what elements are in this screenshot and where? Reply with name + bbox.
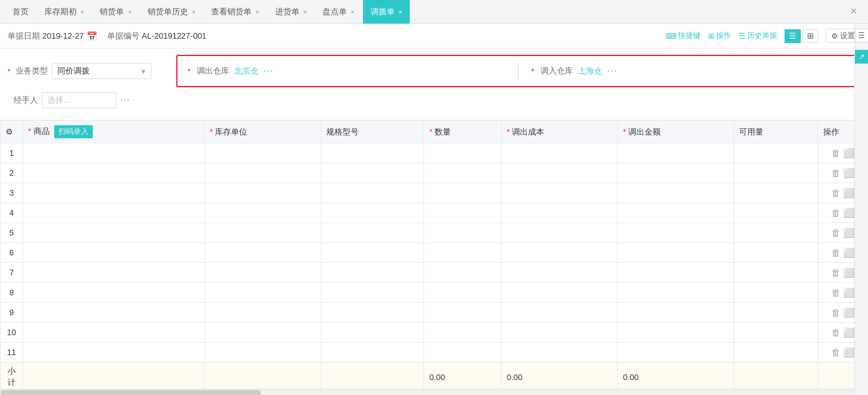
close-purchase-order[interactable]: × [303, 8, 307, 16]
delete-icon[interactable]: 🗑 [831, 307, 841, 318]
row-7-product[interactable] [23, 263, 205, 283]
tab-view-sales[interactable]: 查看销货单 × [204, 0, 267, 24]
operator-more-icon[interactable]: ··· [120, 95, 130, 106]
row-1-cost[interactable] [501, 143, 618, 163]
row-10-qty[interactable] [424, 323, 501, 343]
sidebar-note-button[interactable]: ☰ [855, 29, 869, 42]
row-10-product[interactable] [23, 323, 205, 343]
row-3-amount[interactable] [618, 183, 734, 203]
row-5-spec[interactable] [321, 223, 424, 243]
history-button[interactable]: ☰ 历史单据 [738, 31, 777, 41]
row-5-unit[interactable] [204, 223, 321, 243]
copy-icon[interactable]: ⬜ [843, 307, 855, 318]
tab-purchase-order[interactable]: 进货单 × [268, 0, 315, 24]
delete-icon[interactable]: 🗑 [831, 227, 841, 238]
tab-home[interactable]: 首页 [5, 0, 37, 24]
row-2-cost[interactable] [501, 163, 618, 183]
scrollbar-thumb[interactable] [1, 390, 261, 395]
tab-stocktaking[interactable]: 盘点单 × [315, 0, 362, 24]
row-1-spec[interactable] [321, 143, 424, 163]
row-7-amount[interactable] [618, 263, 734, 283]
row-10-spec[interactable] [321, 323, 424, 343]
row-1-amount[interactable] [618, 143, 734, 163]
layout-grid-button[interactable]: ⊞ [802, 29, 818, 43]
copy-icon[interactable]: ⬜ [843, 168, 855, 179]
row-11-cost[interactable] [501, 343, 618, 363]
business-type-select[interactable]: 同价调拨 ▾ [52, 63, 151, 79]
row-4-unit[interactable] [204, 203, 321, 223]
close-inventory-init[interactable]: × [80, 8, 84, 16]
row-6-unit[interactable] [204, 243, 321, 263]
row-4-cost[interactable] [501, 203, 618, 223]
row-6-product[interactable] [23, 243, 205, 263]
row-1-qty[interactable] [424, 143, 501, 163]
row-3-cost[interactable] [501, 183, 618, 203]
delete-icon[interactable]: 🗑 [831, 148, 841, 158]
warehouse-out-value[interactable]: 北京仓 [234, 65, 258, 77]
delete-icon[interactable]: 🗑 [831, 247, 841, 258]
shortcuts-button[interactable]: ⌨ 快捷键 [666, 31, 701, 41]
close-sales-history[interactable]: × [192, 8, 196, 16]
row-9-unit[interactable] [204, 303, 321, 323]
row-10-amount[interactable] [618, 323, 734, 343]
row-5-amount[interactable] [618, 223, 734, 243]
row-5-qty[interactable] [424, 223, 501, 243]
row-8-amount[interactable] [618, 283, 734, 303]
warehouse-in-value[interactable]: 上海仓 [578, 65, 602, 77]
row-10-unit[interactable] [204, 323, 321, 343]
delete-icon[interactable]: 🗑 [831, 188, 841, 198]
date-value[interactable]: 2019-12-27 [42, 31, 84, 40]
horizontal-scrollbar[interactable] [0, 389, 868, 395]
copy-icon[interactable]: ⬜ [843, 347, 855, 358]
row-3-unit[interactable] [204, 183, 321, 203]
row-9-product[interactable] [23, 303, 205, 323]
row-8-spec[interactable] [321, 283, 424, 303]
row-9-spec[interactable] [321, 303, 424, 323]
close-view-sales[interactable]: × [255, 8, 259, 16]
row-9-amount[interactable] [618, 303, 734, 323]
close-sales-order[interactable]: × [128, 8, 131, 16]
tab-sales-order[interactable]: 销货单 × [92, 0, 139, 24]
copy-icon[interactable]: ⬜ [843, 287, 855, 298]
copy-icon[interactable]: ⬜ [843, 207, 855, 219]
row-7-spec[interactable] [321, 263, 424, 283]
close-stocktaking[interactable]: × [351, 8, 354, 16]
row-8-cost[interactable] [501, 283, 618, 303]
copy-icon[interactable]: ⬜ [843, 148, 855, 159]
row-11-qty[interactable] [424, 343, 501, 363]
copy-icon[interactable]: ⬜ [843, 247, 855, 259]
row-11-unit[interactable] [204, 343, 321, 363]
row-5-cost[interactable] [501, 223, 618, 243]
row-2-product[interactable] [23, 163, 205, 183]
row-7-cost[interactable] [501, 263, 618, 283]
operator-select[interactable]: 选择... [42, 92, 116, 108]
row-8-qty[interactable] [424, 283, 501, 303]
row-9-qty[interactable] [424, 303, 501, 323]
row-4-product[interactable] [23, 203, 205, 223]
row-1-product[interactable] [23, 143, 205, 163]
copy-icon[interactable]: ⬜ [843, 227, 855, 239]
tab-transfer-order[interactable]: 调拨单 × [363, 0, 410, 24]
layout-list-button[interactable]: ☰ [785, 29, 801, 43]
row-4-amount[interactable] [618, 203, 734, 223]
sidebar-expand-button[interactable]: ↗ [855, 50, 869, 64]
row-3-qty[interactable] [424, 183, 501, 203]
row-11-product[interactable] [23, 343, 205, 363]
row-11-amount[interactable] [618, 343, 734, 363]
tab-sales-history[interactable]: 销货单历史 × [140, 0, 204, 24]
row-3-product[interactable] [23, 183, 205, 203]
row-1-unit[interactable] [204, 143, 321, 163]
row-4-qty[interactable] [424, 203, 501, 223]
row-11-spec[interactable] [321, 343, 424, 363]
row-6-qty[interactable] [424, 243, 501, 263]
scan-button[interactable]: 扫码录入 [54, 125, 93, 138]
row-2-spec[interactable] [321, 163, 424, 183]
row-8-product[interactable] [23, 283, 205, 303]
warehouse-out-more-icon[interactable]: ··· [263, 65, 273, 77]
delete-icon[interactable]: 🗑 [831, 267, 841, 278]
row-9-cost[interactable] [501, 303, 618, 323]
delete-icon[interactable]: 🗑 [831, 347, 841, 358]
row-10-cost[interactable] [501, 323, 618, 343]
calendar-icon[interactable]: 📅 [87, 31, 97, 41]
row-4-spec[interactable] [321, 203, 424, 223]
